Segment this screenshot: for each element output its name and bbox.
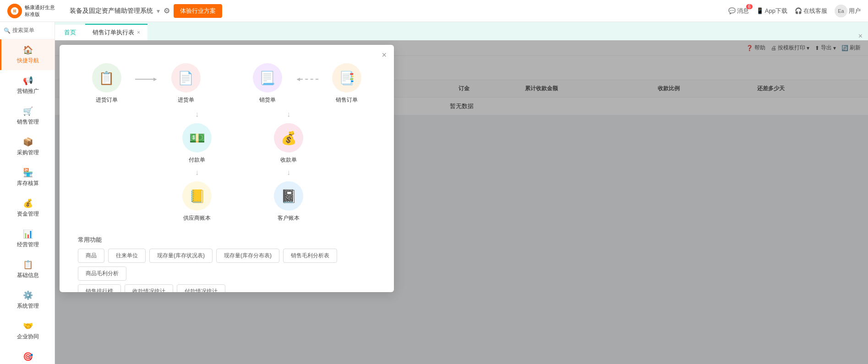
sidebar-item-basic[interactable]: 📋 基础信息	[0, 254, 55, 285]
func-btn-partners[interactable]: 往来单位	[108, 249, 146, 263]
down-arrow-sb: ↓	[257, 110, 321, 119]
inventory-icon: 🏪	[23, 168, 33, 178]
search-icon: 🔍	[4, 27, 11, 34]
flow-diagram: 📋 进货订单 ▶	[78, 59, 376, 227]
close-all-button[interactable]: ×	[858, 32, 863, 40]
message-icon: 💬	[728, 7, 736, 14]
customer-ledger-icon: 📓	[281, 189, 297, 204]
func-btn-receipt-stats[interactable]: 收款情况统计	[125, 284, 173, 292]
avatar: Ea	[835, 5, 847, 17]
func-btn-product[interactable]: 商品	[78, 249, 104, 263]
sidebar-item-marketing[interactable]: 📢 营销推广	[0, 70, 55, 101]
modal-close-button[interactable]: ×	[382, 50, 387, 60]
logo-icon	[7, 4, 22, 18]
down-arrow-rec: ↓	[257, 168, 321, 177]
modal-overlay: × 📋 进货订单	[55, 40, 868, 364]
supplier-ledger-icon: 📒	[189, 189, 205, 204]
flow-item-sales-bill[interactable]: 📃 销货单	[239, 59, 296, 109]
purchase-bill-icon: 📄	[178, 71, 194, 86]
top-header: 畅康通好生意 标准版 装备及固定资产辅助管理系统 ▾ ⚙ 体验行业方案 💬 消息…	[0, 0, 868, 22]
newbie-icon: 🎯	[23, 352, 33, 362]
system-icon: ⚙️	[23, 290, 33, 300]
sidebar-item-inventory[interactable]: 🏪 库存核算	[0, 162, 55, 193]
finance-icon: 💰	[23, 198, 33, 208]
sidebar-item-enterprise[interactable]: 🤝 企业协同	[0, 315, 55, 346]
arrow-1: ▶	[135, 76, 157, 91]
function-btns-row2: 销售排行榜 收款情况统计 付款情况统计	[78, 284, 376, 292]
flow-item-sales-order[interactable]: 📑 销售订单	[318, 59, 376, 109]
purchase-order-icon: 📋	[98, 71, 115, 86]
quick-nav-icon: 🏠	[23, 45, 33, 55]
sidebar: 🔍 搜索菜单 🏠 快捷导航 📢 营销推广 🛒 销售管理 📦 采购管理 🏪 库存核…	[0, 22, 55, 364]
function-btns-row1: 商品 往来单位 现存量(库存状况表) 现存量(库存分布表) 销售毛利分析表 商品…	[78, 249, 376, 281]
sidebar-item-quick-nav[interactable]: 🏠 快捷导航	[0, 39, 55, 70]
down-arrow-pb: ↓	[165, 110, 229, 119]
service-icon: 🎧	[795, 7, 802, 14]
basic-icon: 📋	[23, 260, 33, 270]
download-icon: 📱	[756, 7, 764, 14]
flow-item-supplier-ledger[interactable]: 📒 供应商账本	[165, 177, 229, 227]
payment-bill-icon: 💵	[189, 130, 205, 146]
logo-text: 畅康通好生意 标准版	[25, 4, 55, 17]
func-btn-sales-rank[interactable]: 销售排行榜	[78, 284, 121, 292]
settings-gear-button[interactable]: ⚙	[164, 6, 170, 15]
common-functions-title: 常用功能	[78, 236, 376, 244]
sidebar-item-system[interactable]: ⚙️ 系统管理	[0, 285, 55, 315]
marketing-icon: 📢	[23, 76, 33, 86]
sales-icon: 🛒	[23, 106, 33, 116]
sidebar-item-sales[interactable]: 🛒 销售管理	[0, 101, 55, 131]
main-layout: 🔍 搜索菜单 🏠 快捷导航 📢 营销推广 🛒 销售管理 📦 采购管理 🏪 库存核…	[0, 22, 868, 364]
arrow-2: ▶	[296, 76, 318, 91]
system-title: 装备及固定资产辅助管理系统 ▾ ⚙ 体验行业方案	[62, 4, 728, 18]
tab-close-button[interactable]: ×	[137, 29, 140, 36]
down-arrow-pay: ↓	[165, 168, 229, 177]
func-btn-product-margin[interactable]: 商品毛利分析	[78, 266, 126, 281]
dropdown-arrow-icon[interactable]: ▾	[157, 7, 160, 15]
user-menu[interactable]: Ea 用户	[835, 5, 861, 17]
flow-item-receipt-bill[interactable]: 💰 收款单	[257, 119, 321, 168]
search-menu-button[interactable]: 🔍 搜索菜单	[0, 22, 55, 39]
message-badge: 6	[746, 4, 753, 9]
func-btn-stock-dist[interactable]: 现存量(库存分布表)	[216, 249, 279, 263]
func-btn-payment-stats[interactable]: 付款情况统计	[177, 284, 225, 292]
tab-home[interactable]: 首页	[55, 25, 85, 40]
sidebar-item-finance[interactable]: 💰 资金管理	[0, 193, 55, 223]
experience-button[interactable]: 体验行业方案	[174, 4, 222, 18]
flow-item-purchase-order[interactable]: 📋 进货订单	[78, 59, 135, 109]
flow-item-purchase-bill[interactable]: 📄 进货单	[157, 59, 214, 109]
inner-content: ❓ 帮助 🖨 按模板打印 ▾ ⬆ 导出 ▾ 🔄 刷新	[55, 40, 868, 364]
enterprise-icon: 🤝	[23, 321, 33, 331]
sidebar-item-newbie[interactable]: 🎯 新手引导	[0, 346, 55, 364]
sales-bill-icon: 📃	[259, 71, 275, 86]
sidebar-item-purchase[interactable]: 📦 采购管理	[0, 131, 55, 162]
logo-area: 畅康通好生意 标准版	[7, 4, 62, 18]
sidebar-item-operation[interactable]: 📊 经营管理	[0, 223, 55, 254]
message-button[interactable]: 💬 消息 6	[728, 7, 749, 15]
flow-item-payment-bill[interactable]: 💵 付款单	[165, 119, 229, 168]
common-functions: 常用功能 商品 往来单位 现存量(库存状况表) 现存量(库存分布表) 销售毛利分…	[78, 236, 376, 292]
func-btn-sales-margin[interactable]: 销售毛利分析表	[283, 249, 337, 263]
modal-box: × 📋 进货订单	[60, 45, 394, 292]
sales-order-icon: 📑	[339, 71, 355, 86]
flow-item-customer-ledger[interactable]: 📓 客户账本	[257, 177, 321, 227]
header-right: 💬 消息 6 📱 App下载 🎧 在线客服 Ea 用户	[728, 5, 861, 17]
operation-icon: 📊	[23, 229, 33, 239]
online-service-button[interactable]: 🎧 在线客服	[795, 7, 827, 15]
tab-bar-right: ×	[858, 32, 868, 40]
tab-sales-order[interactable]: 销售订单执行表 ×	[85, 24, 147, 40]
tab-bar: 首页 销售订单执行表 × ×	[55, 22, 868, 40]
receipt-bill-icon: 💰	[281, 130, 297, 146]
func-btn-stock-status[interactable]: 现存量(库存状况表)	[149, 249, 213, 263]
purchase-icon: 📦	[23, 137, 33, 147]
app-download-button[interactable]: 📱 App下载	[756, 7, 787, 15]
content-area: 首页 销售订单执行表 × × ❓ 帮助 🖨 按模板打印 ▾	[55, 22, 868, 364]
